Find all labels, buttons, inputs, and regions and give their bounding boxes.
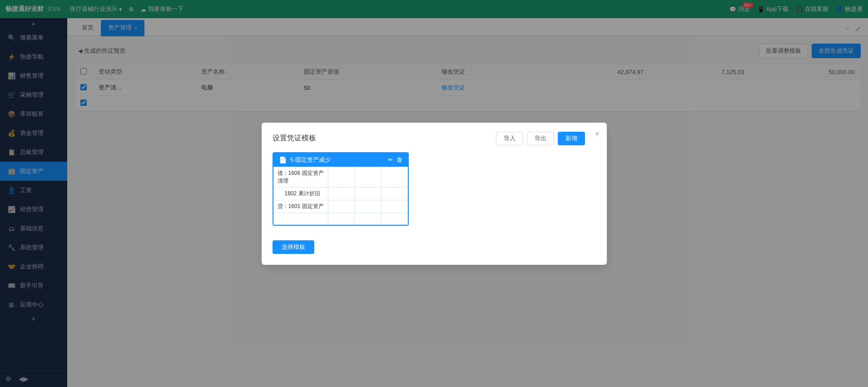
- import-button[interactable]: 导入: [496, 132, 523, 145]
- new-template-button[interactable]: 新增: [558, 132, 585, 145]
- template-card-header: 📄 5-固定资产减少 ✏ 🗑: [273, 153, 408, 167]
- dialog-overlay: 设置凭证模板 × 导入 导出 新增 📄 5-固定资产减少 ✏ 🗑: [0, 0, 868, 387]
- template-doc-icon: 📄: [279, 156, 287, 164]
- template-cell-col2-2: [328, 187, 354, 200]
- template-cell-type-3: 贷：1601 固定资产: [273, 200, 328, 213]
- export-button[interactable]: 导出: [527, 132, 554, 145]
- dialog-close-button[interactable]: ×: [595, 130, 599, 138]
- template-row-1: 借：1606 固定资产清理: [273, 167, 407, 187]
- template-cell-col4-1: [381, 167, 407, 187]
- template-cell-col3-4: [354, 213, 381, 224]
- template-edit-icon[interactable]: ✏: [388, 156, 393, 163]
- template-cell-type-1: 借：1606 固定资产清理: [273, 167, 328, 187]
- template-cell-col3-1: [354, 167, 381, 187]
- dialog: 设置凭证模板 × 导入 导出 新增 📄 5-固定资产减少 ✏ 🗑: [262, 123, 607, 265]
- select-template-container: 选择模板: [273, 233, 596, 254]
- template-table: 借：1606 固定资产清理 1602 累计折旧 贷：1601: [273, 167, 408, 225]
- template-cell-col4-4: [381, 213, 407, 224]
- template-cell-col4-2: [381, 187, 407, 200]
- template-cell-col4-3: [381, 200, 407, 213]
- template-row-3: 贷：1601 固定资产: [273, 200, 407, 213]
- template-header-actions: ✏ 🗑: [388, 156, 402, 163]
- template-cell-col2-1: [328, 167, 354, 187]
- select-template-button[interactable]: 选择模板: [273, 240, 314, 254]
- template-delete-icon[interactable]: 🗑: [397, 156, 402, 163]
- template-cell-col2-4: [328, 213, 354, 224]
- template-card: 📄 5-固定资产减少 ✏ 🗑 借：1606 固定资产清理: [273, 152, 409, 226]
- app-container: 畅捷通好业财 普及版 医疗器械行业演示 ▾ ⚙ ☁ 我要体验一下 💬 消息 99…: [0, 0, 868, 387]
- dialog-toolbar: 导入 导出 新增: [496, 132, 585, 145]
- template-cell-col3-3: [354, 200, 381, 213]
- template-name: 5-固定资产减少: [290, 156, 331, 164]
- template-cell-col2-3: [328, 200, 354, 213]
- template-cell-col3-2: [354, 187, 381, 200]
- template-cell-type-2: 1602 累计折旧: [273, 187, 328, 200]
- template-row-4: [273, 213, 407, 224]
- template-cell-type-4: [273, 213, 328, 224]
- template-row-2: 1602 累计折旧: [273, 187, 407, 200]
